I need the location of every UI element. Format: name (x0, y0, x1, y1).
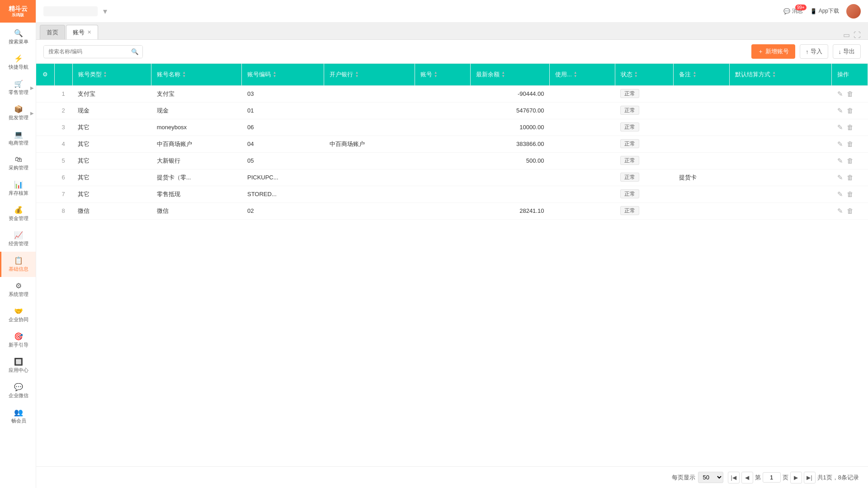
delete-button[interactable]: 🗑 (847, 107, 854, 114)
row-usage (549, 169, 615, 186)
col-remark[interactable]: 备注▲▼ (674, 64, 730, 85)
edit-button[interactable]: ✎ (837, 174, 843, 182)
sidebar-item-guide[interactable]: 🎯 新手引导 (0, 328, 36, 353)
tab-maximize-icon[interactable]: ⛶ (854, 31, 861, 39)
edit-button[interactable]: ✎ (837, 207, 843, 215)
table-row: 2 现金 现金 01 547670.00 正常 ✎ 🗑 (36, 102, 868, 119)
col-code[interactable]: 账号编码▲▼ (242, 64, 324, 85)
app-download-button[interactable]: 📱 App下载 (810, 7, 839, 15)
sidebar-label-appcenter: 应用中心 (9, 367, 28, 374)
search-input[interactable] (44, 46, 127, 57)
sidebar-item-ecommerce[interactable]: 💻 电商管理 (0, 126, 36, 151)
col-bank[interactable]: 开户银行▲▼ (324, 64, 415, 85)
delete-button[interactable]: 🗑 (847, 157, 854, 164)
row-settings (36, 119, 54, 136)
col-account[interactable]: 账号▲▼ (415, 64, 471, 85)
col-type[interactable]: 账号类型▲▼ (72, 64, 151, 85)
sidebar-item-member[interactable]: 👥 畅会员 (0, 404, 36, 429)
edit-button[interactable]: ✎ (837, 90, 843, 98)
next-page-button[interactable]: ▶ (790, 472, 802, 483)
row-type: 支付宝 (72, 85, 151, 102)
user-avatar[interactable] (846, 4, 861, 19)
row-account (415, 186, 471, 202)
sidebar-item-appcenter[interactable]: 🔲 应用中心 (0, 353, 36, 378)
tab-close-icon[interactable]: ✕ (87, 29, 91, 35)
tab-home[interactable]: 首页 (40, 25, 65, 39)
sidebar-item-inventory[interactable]: 📊 库存核算 (0, 176, 36, 201)
row-usage (549, 102, 615, 119)
page-size-select[interactable]: 50 100 200 (698, 472, 723, 483)
add-account-button[interactable]: ＋ 新增账号 (751, 44, 795, 59)
tab-minimize-icon[interactable]: ▭ (843, 31, 850, 39)
row-remark (674, 119, 730, 136)
col-settings[interactable]: ⚙ (36, 64, 54, 85)
edit-button[interactable]: ✎ (837, 157, 843, 165)
sidebar-item-basic[interactable]: 📋 基础信息 (0, 252, 36, 277)
col-usage[interactable]: 使用...▲▼ (549, 64, 615, 85)
table-row: 1 支付宝 支付宝 03 -90444.00 正常 ✎ 🗑 (36, 85, 868, 102)
pagination-controls: |◀ ◀ 第 页 ▶ ▶| 共1页，8条记录 (728, 472, 859, 483)
edit-button[interactable]: ✎ (837, 123, 843, 131)
sidebar-item-retail[interactable]: 🛒 零售管理 ▶ (0, 75, 36, 100)
prev-page-button[interactable]: ◀ (741, 472, 753, 483)
col-status[interactable]: 状态▲▼ (615, 64, 674, 85)
sidebar-item-shortcut[interactable]: ⚡ 快捷导航 (0, 50, 36, 75)
delete-button[interactable]: 🗑 (847, 123, 854, 131)
search-button[interactable]: 🔍 (127, 46, 142, 58)
row-balance: 10000.00 (471, 119, 550, 136)
row-status: 正常 (615, 102, 674, 119)
delete-button[interactable]: 🗑 (847, 190, 854, 198)
sidebar-icon-member: 👥 (14, 408, 23, 417)
import-button[interactable]: ↑ 导入 (800, 44, 828, 59)
col-default-settle[interactable]: 默认结算方式▲▼ (730, 64, 832, 85)
row-index: 1 (54, 85, 72, 102)
row-code: 01 (242, 102, 324, 119)
sidebar-item-search[interactable]: 🔍 搜索菜单 (0, 24, 36, 50)
row-status: 正常 (615, 119, 674, 136)
sidebar-item-system[interactable]: ⚙ 系统管理 (0, 277, 36, 302)
delete-button[interactable]: 🗑 (847, 207, 854, 215)
sidebar-item-wholesale[interactable]: 📦 批发管理 ▶ (0, 100, 36, 126)
row-type: 其它 (72, 186, 151, 202)
col-name[interactable]: 账号名称▲▼ (151, 64, 242, 85)
last-page-button[interactable]: ▶| (804, 472, 816, 483)
edit-button[interactable]: ✎ (837, 140, 843, 148)
delete-button[interactable]: 🗑 (847, 90, 854, 98)
row-name: moneybosx (151, 119, 242, 136)
header-dropdown-icon[interactable]: ▾ (103, 6, 107, 16)
row-name: 中百商场账户 (151, 136, 242, 152)
sidebar-item-wechat[interactable]: 💬 企业微信 (0, 378, 36, 404)
total-label: 共1页，8条记录 (817, 474, 859, 482)
sidebar-label-operation: 经营管理 (9, 240, 28, 247)
row-account (415, 202, 471, 219)
first-page-button[interactable]: |◀ (728, 472, 740, 483)
toolbar-right: ＋ 新增账号 ↑ 导入 ↓ 导出 (751, 44, 861, 59)
export-button[interactable]: ↓ 导出 (833, 44, 861, 59)
edit-button[interactable]: ✎ (837, 190, 843, 198)
sidebar-label-guide: 新手引导 (9, 342, 28, 348)
add-account-label: 新增账号 (765, 47, 789, 56)
delete-button[interactable]: 🗑 (847, 174, 854, 181)
row-status: 正常 (615, 152, 674, 169)
sidebar-item-purchase[interactable]: 🛍 采购管理 (0, 151, 36, 176)
sidebar-icon-system: ⚙ (15, 282, 22, 290)
sidebar-label-basic: 基础信息 (9, 266, 28, 272)
row-actions: ✎ 🗑 (832, 119, 868, 136)
sidebar-item-enterprise[interactable]: 🤝 企业协同 (0, 302, 36, 328)
page-number-input[interactable] (763, 472, 781, 483)
sidebar-item-operation[interactable]: 📈 经营管理 (0, 226, 36, 252)
settings-icon[interactable]: ⚙ (42, 71, 48, 78)
page-area: 🔍 ＋ 新增账号 ↑ 导入 ↓ 导出 (36, 40, 868, 488)
row-type: 现金 (72, 102, 151, 119)
sidebar-item-finance[interactable]: 💰 资金管理 (0, 201, 36, 226)
delete-button[interactable]: 🗑 (847, 140, 854, 148)
row-bank (324, 102, 415, 119)
top-header: ▾ 💬 消息 99+ 📱 App下载 (36, 0, 868, 23)
col-balance[interactable]: 最新余额▲▼ (471, 64, 550, 85)
messages-button[interactable]: 💬 消息 99+ (783, 7, 803, 15)
tab-account[interactable]: 账号 ✕ (66, 25, 98, 39)
row-settings (36, 136, 54, 152)
global-search-input[interactable] (43, 6, 98, 16)
sidebar-label-finance: 资金管理 (9, 215, 28, 222)
edit-button[interactable]: ✎ (837, 107, 843, 115)
